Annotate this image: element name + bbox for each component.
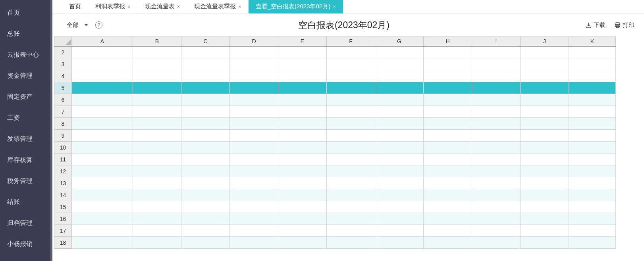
cell-K5[interactable] [569,82,616,94]
cell-E14[interactable] [278,189,327,201]
cell-A3[interactable] [72,58,133,70]
cell-F13[interactable] [327,177,375,189]
cell-J9[interactable] [521,130,569,142]
cell-K2[interactable] [569,46,616,58]
cell-J7[interactable] [521,106,569,118]
cell-K13[interactable] [569,177,616,189]
cell-B10[interactable] [133,142,181,154]
row-header-12[interactable]: 12 [54,165,72,177]
cell-A17[interactable] [72,225,133,237]
row-header-7[interactable]: 7 [54,106,72,118]
cell-A4[interactable] [72,70,133,82]
cell-F17[interactable] [327,225,375,237]
sidebar-item-3[interactable]: 资金管理 [0,65,52,86]
help-icon[interactable]: ? [95,21,102,29]
cell-F4[interactable] [327,70,375,82]
cell-F12[interactable] [327,165,375,177]
cell-E11[interactable] [278,154,327,165]
cell-K6[interactable] [569,94,616,106]
cell-B15[interactable] [133,201,181,213]
column-header-E[interactable]: E [278,37,327,46]
column-header-A[interactable]: A [72,37,133,46]
cell-E3[interactable] [278,58,327,70]
cell-D16[interactable] [230,213,278,225]
sidebar-item-9[interactable]: 结账 [0,192,52,213]
cell-C3[interactable] [181,58,230,70]
tab-4[interactable]: 查看_空白报表(2023年02月)× [249,0,343,13]
cell-I7[interactable] [472,106,521,118]
cell-K3[interactable] [569,58,616,70]
cell-C17[interactable] [181,225,230,237]
cell-A13[interactable] [72,177,133,189]
cell-B6[interactable] [133,94,181,106]
row-header-13[interactable]: 13 [54,177,72,189]
cell-D3[interactable] [230,58,278,70]
row-header-9[interactable]: 9 [54,130,72,142]
cell-G12[interactable] [375,165,424,177]
cell-I2[interactable] [472,46,521,58]
cell-J4[interactable] [521,70,569,82]
cell-A6[interactable] [72,94,133,106]
row-header-5[interactable]: 5 [54,82,72,94]
cell-H2[interactable] [424,46,472,58]
select-all-corner[interactable] [54,37,72,46]
cell-C13[interactable] [181,177,230,189]
cell-B16[interactable] [133,213,181,225]
cell-K10[interactable] [569,142,616,154]
cell-B8[interactable] [133,118,181,130]
cell-G11[interactable] [375,154,424,165]
cell-D11[interactable] [230,154,278,165]
cell-D8[interactable] [230,118,278,130]
row-header-15[interactable]: 15 [54,201,72,213]
cell-C8[interactable] [181,118,230,130]
row-header-14[interactable]: 14 [54,189,72,201]
cell-G2[interactable] [375,46,424,58]
spreadsheet[interactable]: ABCDEFGHIJK23456789101112131415161718 [54,36,644,261]
cell-I15[interactable] [472,201,521,213]
cell-F14[interactable] [327,189,375,201]
cell-I16[interactable] [472,213,521,225]
print-button[interactable]: 打印 [614,21,634,29]
cell-I17[interactable] [472,225,521,237]
cell-D9[interactable] [230,130,278,142]
cell-K11[interactable] [569,154,616,165]
cell-B9[interactable] [133,130,181,142]
cell-D4[interactable] [230,70,278,82]
cell-C16[interactable] [181,213,230,225]
column-header-C[interactable]: C [181,37,230,46]
cell-H9[interactable] [424,130,472,142]
column-header-G[interactable]: G [375,37,424,46]
cell-B5[interactable] [133,82,181,94]
cell-C14[interactable] [181,189,230,201]
cell-I8[interactable] [472,118,521,130]
cell-E9[interactable] [278,130,327,142]
tab-2[interactable]: 现金流量表× [138,0,187,13]
cell-G17[interactable] [375,225,424,237]
row-header-10[interactable]: 10 [54,142,72,154]
row-header-17[interactable]: 17 [54,225,72,237]
cell-J18[interactable] [521,237,569,249]
cell-F11[interactable] [327,154,375,165]
cell-C2[interactable] [181,46,230,58]
cell-D15[interactable] [230,201,278,213]
cell-J17[interactable] [521,225,569,237]
cell-B14[interactable] [133,189,181,201]
cell-D14[interactable] [230,189,278,201]
column-header-F[interactable]: F [327,37,375,46]
cell-I3[interactable] [472,58,521,70]
cell-D17[interactable] [230,225,278,237]
cell-H14[interactable] [424,189,472,201]
cell-F10[interactable] [327,142,375,154]
sidebar-item-7[interactable]: 库存核算 [0,150,52,171]
cell-B2[interactable] [133,46,181,58]
sidebar-item-4[interactable]: 固定资产 [0,86,52,107]
cell-J6[interactable] [521,94,569,106]
cell-C6[interactable] [181,94,230,106]
cell-B12[interactable] [133,165,181,177]
cell-G16[interactable] [375,213,424,225]
cell-K12[interactable] [569,165,616,177]
cell-G3[interactable] [375,58,424,70]
sidebar-item-2[interactable]: 云报表中心 [0,44,52,65]
cell-A8[interactable] [72,118,133,130]
row-header-3[interactable]: 3 [54,58,72,70]
